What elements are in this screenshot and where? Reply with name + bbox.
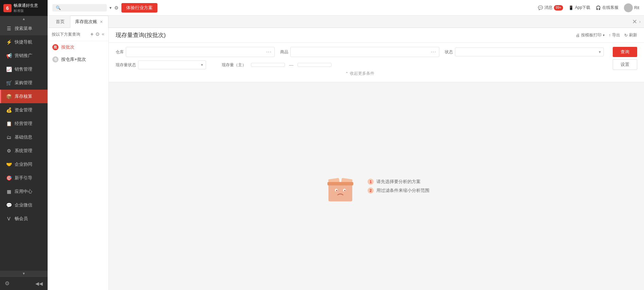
settings-btn[interactable]: 设置 xyxy=(613,59,637,70)
messages-badge: 99+ xyxy=(554,5,563,11)
messages-icon: 💬 xyxy=(538,5,543,10)
product-input[interactable]: ··· xyxy=(290,47,439,57)
enterprise-icon: 🤝 xyxy=(6,161,12,167)
tip-num-2: 2 xyxy=(368,187,374,194)
collapse-left-panel-btn[interactable]: « xyxy=(102,31,104,37)
print-btn[interactable]: 🖨 按模板打印 ▾ xyxy=(576,32,605,38)
sidebar-item-enterprise[interactable]: 🤝 企业协同 xyxy=(0,158,48,171)
qty-separator: — xyxy=(289,62,293,68)
tab-close-btn[interactable]: × xyxy=(99,18,103,25)
avatar xyxy=(624,3,633,12)
scheme-item-batch[interactable]: 批 按批次 xyxy=(48,41,108,53)
close-panel-btn[interactable]: ✕ xyxy=(632,18,637,25)
topbar-gear-btn[interactable]: ⚙ xyxy=(114,5,119,11)
scheme-item-warehouse-batch[interactable]: 仓 按仓库+批次 xyxy=(48,53,108,66)
sidebar-item-inventory[interactable]: 📦 库存核算 xyxy=(0,90,48,103)
topbar-dropdown-btn[interactable]: ▾ xyxy=(109,5,112,10)
topbar-search-icon: 🔍 xyxy=(56,5,61,10)
user-avatar-btn[interactable]: Rit xyxy=(624,3,639,12)
sidebar-finance-label: 资金管理 xyxy=(15,107,32,113)
scheme-icon-batch: 批 xyxy=(52,44,58,50)
sidebar-footer: ⚙ ◀◀ xyxy=(0,276,48,290)
inventory-qty-to[interactable] xyxy=(298,63,332,67)
filter-area: 仓库 ··· 商品 ··· xyxy=(109,43,644,82)
topbar: 🔍 ▾ ⚙ 体验行业方案 💬 消息 99+ 📱 App下载 🎧 在线客服 xyxy=(48,0,644,16)
vip-icon: V xyxy=(6,216,12,222)
status-filter-label: 状态 xyxy=(445,49,453,55)
app-logo: 6 xyxy=(3,4,12,12)
tip-item-1: 1 请先选择要分析的方案 xyxy=(368,179,429,185)
newuser-icon: 🎯 xyxy=(6,175,12,181)
warehouse-input[interactable]: ··· xyxy=(126,47,275,57)
scroll-up-arrow[interactable]: ▲ xyxy=(0,16,48,22)
username-label: Rit xyxy=(634,5,639,10)
basic-icon: 🗂 xyxy=(6,134,12,140)
query-btn[interactable]: 查询 xyxy=(613,47,637,57)
panel-chevron-icon[interactable]: › xyxy=(639,19,641,24)
sidebar-item-marketing[interactable]: 📢 营销推广 xyxy=(0,49,48,62)
sidebar-header: 6 畅康通好生意 标准版 xyxy=(0,0,48,16)
wechat-icon: 💬 xyxy=(6,202,12,208)
add-scheme-btn[interactable]: + xyxy=(90,31,94,37)
status-select[interactable]: ▾ xyxy=(455,48,604,56)
finance-icon: 💰 xyxy=(6,107,12,113)
sidebar-item-wechat[interactable]: 💬 企业微信 xyxy=(0,198,48,212)
sidebar-item-vip[interactable]: V 畅会员 xyxy=(0,212,48,225)
action-btns: 查询 设置 xyxy=(613,47,637,70)
tip-text-1: 请先选择要分析的方案 xyxy=(376,179,421,185)
filter-product: 商品 ··· xyxy=(280,47,439,57)
collapse-filter-icon: ⌃ xyxy=(345,71,349,76)
sidebar-item-quicknav[interactable]: ⚡ 快捷导航 xyxy=(0,35,48,49)
collapse-filter-btn[interactable]: ⌃ 收起更多条件 xyxy=(116,69,604,79)
sidebar-item-sales[interactable]: 📈 销售管理 xyxy=(0,62,48,76)
content-area: 按以下方案查询 + ⊙ « 批 按批次 仓 按仓库+批次 xyxy=(48,28,644,290)
scheme-label-batch: 按批次 xyxy=(61,44,74,50)
refresh-label: 刷新 xyxy=(629,32,637,38)
sidebar-item-appstore[interactable]: ▦ 应用中心 xyxy=(0,185,48,198)
app-name-block: 畅康通好生意 标准版 xyxy=(14,3,38,13)
tab-home[interactable]: 首页 xyxy=(51,16,69,28)
sidebar-wechat-label: 企业微信 xyxy=(15,202,32,208)
empty-illustration xyxy=(323,169,357,203)
search-icon: ☰ xyxy=(6,25,12,32)
filter-inventory-status: 现存量状态 ▾ xyxy=(116,60,206,69)
filter-row-2: 现存量状态 ▾ 现存量（主） xyxy=(116,60,604,69)
sidebar-operations-label: 经营管理 xyxy=(15,121,32,127)
collapse-filter-label: 收起更多条件 xyxy=(350,71,374,76)
sidebar-nav-list: ☰ 搜索菜单 ⚡ 快捷导航 📢 营销推广 📈 销售管理 🛒 采购管理 📦 库存核… xyxy=(0,22,48,271)
filter-inventory-qty: 现存量（主） — xyxy=(222,62,332,68)
sidebar-appstore-label: 应用中心 xyxy=(15,188,32,195)
sidebar-item-basic[interactable]: 🗂 基础信息 xyxy=(0,130,48,144)
sidebar-item-purchase[interactable]: 🛒 采购管理 xyxy=(0,76,48,90)
collapse-sidebar-icon[interactable]: ◀◀ xyxy=(35,281,43,286)
sidebar-item-search[interactable]: ☰ 搜索菜单 xyxy=(0,22,48,35)
tab-inventory-batch[interactable]: 库存批次账 × xyxy=(70,16,108,28)
operations-icon: 📋 xyxy=(6,121,12,127)
scroll-down-arrow[interactable]: ▼ xyxy=(0,271,48,276)
svg-rect-3 xyxy=(327,182,353,185)
settings-footer-icon[interactable]: ⚙ xyxy=(5,280,10,287)
sidebar-item-operations[interactable]: 📋 经营管理 xyxy=(0,117,48,130)
status-chevron-icon: ▾ xyxy=(599,50,601,54)
marketing-icon: 📢 xyxy=(6,53,12,59)
app-download-icon: 📱 xyxy=(569,5,574,10)
right-panel: 现存量查询(按批次) 🖨 按模板打印 ▾ ↑ 导出 ↻ 刷新 xyxy=(109,28,644,290)
sidebar-quicknav-label: 快捷导航 xyxy=(15,39,32,45)
sidebar-item-system[interactable]: ⚙ 系统管理 xyxy=(0,144,48,158)
scheme-settings-icon[interactable]: ⊙ xyxy=(96,31,100,37)
sidebar-marketing-label: 营销推广 xyxy=(15,53,32,59)
inventory-qty-from[interactable] xyxy=(251,63,285,67)
export-btn[interactable]: ↑ 导出 xyxy=(609,32,620,38)
sidebar-inventory-label: 库存核算 xyxy=(15,93,32,99)
sidebar-item-newuser[interactable]: 🎯 新手引导 xyxy=(0,171,48,185)
app-download-btn[interactable]: 📱 App下载 xyxy=(569,5,590,11)
refresh-btn[interactable]: ↻ 刷新 xyxy=(624,32,637,38)
topbar-search-box[interactable]: 🔍 xyxy=(52,4,107,12)
online-service-btn[interactable]: 🎧 在线客服 xyxy=(596,5,618,11)
inventory-status-select[interactable]: ▾ xyxy=(138,60,206,69)
messages-btn[interactable]: 💬 消息 99+ xyxy=(538,5,563,11)
sidebar-vip-label: 畅会员 xyxy=(15,216,28,222)
export-label: 导出 xyxy=(612,32,620,38)
trial-btn[interactable]: 体验行业方案 xyxy=(121,3,157,13)
sidebar-item-finance[interactable]: 💰 资金管理 xyxy=(0,103,48,117)
